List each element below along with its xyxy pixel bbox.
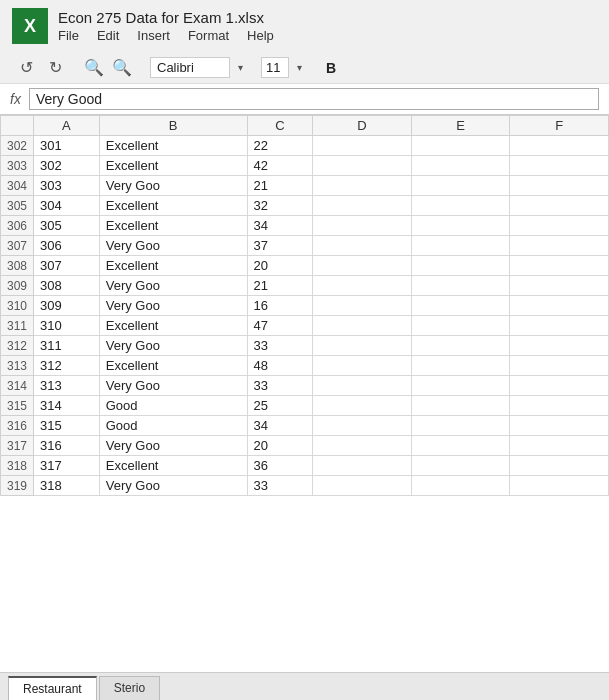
cell-14-e[interactable] — [411, 416, 510, 436]
cell-5-rowNum[interactable]: 307 — [1, 236, 34, 256]
formula-input[interactable]: Very Good — [29, 88, 599, 110]
col-header-b[interactable]: B — [99, 116, 247, 136]
cell-3-c[interactable]: 32 — [247, 196, 313, 216]
redo-button[interactable]: ↻ — [45, 56, 66, 79]
cell-17-b[interactable]: Very Goo — [99, 476, 247, 496]
cell-11-e[interactable] — [411, 356, 510, 376]
cell-6-d[interactable] — [313, 256, 412, 276]
cell-0-f[interactable] — [510, 136, 609, 156]
cell-7-d[interactable] — [313, 276, 412, 296]
cell-14-b[interactable]: Good — [99, 416, 247, 436]
cell-1-c[interactable]: 42 — [247, 156, 313, 176]
cell-8-rowNum[interactable]: 310 — [1, 296, 34, 316]
col-header-d[interactable]: D — [313, 116, 412, 136]
cell-4-a[interactable]: 305 — [34, 216, 100, 236]
cell-0-a[interactable]: 301 — [34, 136, 100, 156]
sheet-tab-sterio[interactable]: Sterio — [99, 676, 160, 700]
cell-14-d[interactable] — [313, 416, 412, 436]
cell-13-rowNum[interactable]: 315 — [1, 396, 34, 416]
zoom-in-icon[interactable]: 🔍 — [112, 58, 132, 77]
cell-10-f[interactable] — [510, 336, 609, 356]
cell-8-d[interactable] — [313, 296, 412, 316]
cell-9-d[interactable] — [313, 316, 412, 336]
cell-17-c[interactable]: 33 — [247, 476, 313, 496]
cell-6-e[interactable] — [411, 256, 510, 276]
font-size-selector[interactable]: 11 — [261, 57, 289, 78]
cell-8-e[interactable] — [411, 296, 510, 316]
cell-4-d[interactable] — [313, 216, 412, 236]
font-name-selector[interactable]: Calibri — [150, 57, 230, 78]
cell-2-rowNum[interactable]: 304 — [1, 176, 34, 196]
cell-16-f[interactable] — [510, 456, 609, 476]
cell-4-b[interactable]: Excellent — [99, 216, 247, 236]
cell-6-c[interactable]: 20 — [247, 256, 313, 276]
cell-10-a[interactable]: 311 — [34, 336, 100, 356]
cell-6-f[interactable] — [510, 256, 609, 276]
cell-13-d[interactable] — [313, 396, 412, 416]
cell-2-a[interactable]: 303 — [34, 176, 100, 196]
cell-11-d[interactable] — [313, 356, 412, 376]
cell-1-rowNum[interactable]: 303 — [1, 156, 34, 176]
cell-16-e[interactable] — [411, 456, 510, 476]
cell-5-f[interactable] — [510, 236, 609, 256]
cell-5-b[interactable]: Very Goo — [99, 236, 247, 256]
menu-insert[interactable]: Insert — [137, 28, 170, 43]
zoom-out-icon[interactable]: 🔍 — [84, 58, 104, 77]
cell-3-f[interactable] — [510, 196, 609, 216]
cell-0-rowNum[interactable]: 302 — [1, 136, 34, 156]
cell-14-c[interactable]: 34 — [247, 416, 313, 436]
sheet-tab-restaurant[interactable]: Restaurant — [8, 676, 97, 700]
undo-button[interactable]: ↺ — [16, 56, 37, 79]
cell-6-rowNum[interactable]: 308 — [1, 256, 34, 276]
cell-12-a[interactable]: 313 — [34, 376, 100, 396]
cell-16-d[interactable] — [313, 456, 412, 476]
cell-13-e[interactable] — [411, 396, 510, 416]
cell-15-e[interactable] — [411, 436, 510, 456]
cell-8-c[interactable]: 16 — [247, 296, 313, 316]
col-header-c[interactable]: C — [247, 116, 313, 136]
cell-9-c[interactable]: 47 — [247, 316, 313, 336]
col-header-e[interactable]: E — [411, 116, 510, 136]
cell-10-d[interactable] — [313, 336, 412, 356]
col-header-a[interactable]: A — [34, 116, 100, 136]
cell-3-rowNum[interactable]: 305 — [1, 196, 34, 216]
cell-2-f[interactable] — [510, 176, 609, 196]
cell-12-b[interactable]: Very Goo — [99, 376, 247, 396]
cell-2-d[interactable] — [313, 176, 412, 196]
col-header-f[interactable]: F — [510, 116, 609, 136]
cell-11-rowNum[interactable]: 313 — [1, 356, 34, 376]
cell-0-d[interactable] — [313, 136, 412, 156]
cell-15-a[interactable]: 316 — [34, 436, 100, 456]
cell-12-c[interactable]: 33 — [247, 376, 313, 396]
cell-17-d[interactable] — [313, 476, 412, 496]
cell-17-f[interactable] — [510, 476, 609, 496]
cell-16-rowNum[interactable]: 318 — [1, 456, 34, 476]
cell-0-e[interactable] — [411, 136, 510, 156]
cell-15-c[interactable]: 20 — [247, 436, 313, 456]
cell-1-d[interactable] — [313, 156, 412, 176]
cell-7-e[interactable] — [411, 276, 510, 296]
cell-14-a[interactable]: 315 — [34, 416, 100, 436]
cell-5-a[interactable]: 306 — [34, 236, 100, 256]
cell-17-a[interactable]: 318 — [34, 476, 100, 496]
cell-15-f[interactable] — [510, 436, 609, 456]
cell-16-a[interactable]: 317 — [34, 456, 100, 476]
cell-13-f[interactable] — [510, 396, 609, 416]
cell-2-b[interactable]: Very Goo — [99, 176, 247, 196]
cell-12-rowNum[interactable]: 314 — [1, 376, 34, 396]
cell-9-b[interactable]: Excellent — [99, 316, 247, 336]
cell-9-rowNum[interactable]: 311 — [1, 316, 34, 336]
cell-11-f[interactable] — [510, 356, 609, 376]
cell-6-b[interactable]: Excellent — [99, 256, 247, 276]
cell-13-a[interactable]: 314 — [34, 396, 100, 416]
cell-7-rowNum[interactable]: 309 — [1, 276, 34, 296]
cell-5-d[interactable] — [313, 236, 412, 256]
cell-15-b[interactable]: Very Goo — [99, 436, 247, 456]
cell-7-b[interactable]: Very Goo — [99, 276, 247, 296]
cell-1-e[interactable] — [411, 156, 510, 176]
cell-3-a[interactable]: 304 — [34, 196, 100, 216]
cell-16-b[interactable]: Excellent — [99, 456, 247, 476]
cell-8-f[interactable] — [510, 296, 609, 316]
cell-1-b[interactable]: Excellent — [99, 156, 247, 176]
bold-button[interactable]: B — [320, 58, 342, 78]
